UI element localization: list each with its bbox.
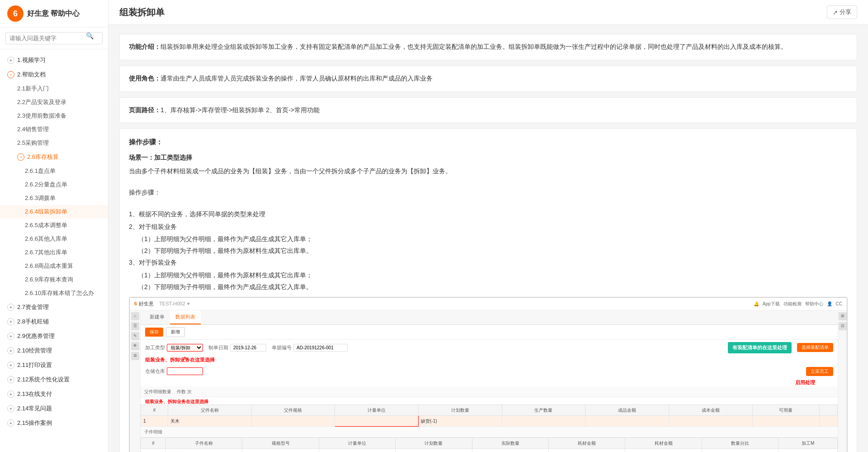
path-text: 页面路径：1、库存核算->库存管理->组装拆卸单 2、首页->常用功能 xyxy=(129,105,848,116)
sidebar-item-label: 2.7资金管理 xyxy=(17,303,49,311)
share-button[interactable]: ↗ 分享 xyxy=(827,5,857,19)
mock-cell xyxy=(778,448,838,452)
mock-cell: 模料 1 xyxy=(166,448,242,452)
expand-icon: + xyxy=(7,347,14,354)
sidebar-item-video[interactable]: + 1.视频学习 xyxy=(0,53,108,67)
sidebar-item-2-7[interactable]: + 2.7资金管理 xyxy=(0,300,108,314)
mock-col-sub-amt1: 耗材金额 xyxy=(549,438,625,448)
sidebar-item-2-6-8[interactable]: 2.6.8商品成本重算 xyxy=(0,259,108,273)
step-3-sub: （1）上部明细为父件明细，最终作为原材料生成其它出库单； （2）下部明细为子件明… xyxy=(129,270,848,293)
sidebar-item-2-5[interactable]: 2.5采购管理 xyxy=(0,136,108,150)
sidebar-search-area: 🔍 xyxy=(0,28,108,49)
expand-icon: + xyxy=(7,333,14,340)
mock-right-icon-list: ⊞ ⊟ xyxy=(838,310,847,332)
step-2-title: 2、对于组装业务 xyxy=(129,222,848,233)
sidebar-item-label: 2.11打印设置 xyxy=(17,361,52,369)
annotation-label-assembly: 组装业务、拆卸业务在这里选择 xyxy=(145,399,208,404)
table-row: 1 关木 缺货(-1) xyxy=(141,415,838,426)
mock-field-type: 加工类型 组装/拆卸 xyxy=(145,343,203,352)
expand-icon: + xyxy=(7,57,14,64)
expand-icon: + xyxy=(7,419,14,427)
mock-cell xyxy=(625,448,702,452)
sidebar-item-docs[interactable]: − 2.帮助文档 xyxy=(0,67,108,82)
mock-lower-head-row: # 子件名称 规格型号 计量单位 计划数量 实际数量 耗材金额 耗材金额 xyxy=(141,438,838,448)
sidebar-item-2-6-2[interactable]: 2.6.2分量盘点单 xyxy=(0,178,108,191)
mock-col-sub-plan: 计划数量 xyxy=(396,438,472,448)
mock-warehouse-input[interactable] xyxy=(167,367,203,375)
mock-nav-item-1: App下载 xyxy=(763,300,780,308)
mock-btn-complete[interactable]: 立采完工 xyxy=(806,367,833,376)
mock-lower-table-wrap: # 子件名称 规格型号 计量单位 计划数量 实际数量 耗材金额 耗材金额 xyxy=(141,438,838,452)
app-title: 好生意 帮助中心 xyxy=(27,9,80,19)
sidebar-item-2-6-4[interactable]: 2.6.4组装拆卸单 xyxy=(0,205,108,219)
mock-icon-settings[interactable]: ⚙ xyxy=(131,352,139,360)
feature-intro-card: 功能介绍：组装拆卸单用来处理企业组装或拆卸等加工业务，支持有固定装配清单的产品加… xyxy=(119,34,857,60)
sidebar-item-2-14[interactable]: + 2.14常见问题 xyxy=(0,401,108,416)
mock-col-sub-unit: 计量单位 xyxy=(319,438,395,448)
operations-card: 操作步骤： 场景一：加工类型选择 当由多个子件材料组装成一个成品的业务为【组装】… xyxy=(119,128,857,452)
sidebar-item-2-6-1[interactable]: 2.6.1盘点单 xyxy=(0,164,108,178)
sidebar-item-2-6-10[interactable]: 2.6.10库存账本错了怎么办 xyxy=(0,286,108,300)
main-content-area: 组装拆卸单 ↗ 分享 功能介绍：组装拆卸单用来处理企业组装或拆卸等加工业务，支持… xyxy=(108,0,868,452)
annotation-label-1: 组装业务、拆卸业务在这里选择 xyxy=(145,356,215,364)
sidebar-item-2-8[interactable]: + 2.8手机旺铺 xyxy=(0,314,108,329)
sidebar-item-2-2[interactable]: 2.2产品安装及登录 xyxy=(0,95,108,109)
sidebar-item-2-15[interactable]: + 2.15操作案例 xyxy=(0,416,108,430)
search-input[interactable] xyxy=(5,32,103,44)
mock-icon-eye[interactable]: 👁 xyxy=(131,342,139,350)
mock-logo: 6 xyxy=(134,300,137,308)
mock-col-prod-amt: 成品金额 xyxy=(585,404,669,415)
sidebar-item-2-6-5[interactable]: 2.6.5成本调整单 xyxy=(0,219,108,232)
mock-doc-id: TEST-H002 xyxy=(159,300,185,308)
sidebar-item-2-13[interactable]: + 2.13在线支付 xyxy=(0,387,108,401)
sidebar-item-2-9[interactable]: + 2.9优惠券管理 xyxy=(0,329,108,343)
mock-tab-list[interactable]: 数据列表 xyxy=(170,310,201,324)
mock-topnav: 6 好生意 TEST-H002 ▾ 🔔 App下载 功能检测 帮助中心 👤 CC xyxy=(130,298,847,310)
mock-right-icon-1[interactable]: ⊞ xyxy=(839,312,847,320)
mock-col-spec: 父件规格 xyxy=(251,404,335,415)
mock-cell: 30.00 xyxy=(472,448,548,452)
mock-icon-list[interactable]: ☰ xyxy=(131,322,139,330)
mock-icon-home[interactable]: ⌂ xyxy=(131,312,139,320)
mock-upper-table-head: # 父件名称 父件规格 计量单位 计划数量 生产数量 成品金额 成本金额 xyxy=(141,404,838,415)
mock-right-icons: ⊞ ⊟ xyxy=(838,310,847,452)
mock-dropdown-icon: ▾ xyxy=(187,300,190,308)
mock-tab-bar: 新建单 数据列表 xyxy=(141,310,838,325)
sidebar-item-2-6-9[interactable]: 2.6.9库存账本查询 xyxy=(0,273,108,286)
sidebar-item-2-12[interactable]: + 2.12系统个性化设置 xyxy=(0,372,108,387)
sidebar-item-2-6-7[interactable]: 2.6.7其他出库单 xyxy=(0,246,108,259)
mock-no-label: 单据编号 xyxy=(272,343,292,352)
mock-date-input[interactable] xyxy=(230,344,266,352)
app-logo: 6 xyxy=(7,5,24,22)
scenario-desc: 当由多个子件材料组装成一个成品的业务为【组装】业务，当由一个父件拆分成多个子产品… xyxy=(129,166,848,177)
mock-btn-choose-bom[interactable]: 选择装配清单 xyxy=(797,343,833,352)
mock-col-cost-amt: 成本金额 xyxy=(669,404,753,415)
mock-icon-edit[interactable]: ✎ xyxy=(131,332,139,340)
ops-steps-label: 操作步骤： xyxy=(129,187,848,198)
mock-btn-add[interactable]: 新增 xyxy=(166,327,185,337)
mock-col-prod-qty: 生产数量 xyxy=(502,404,585,415)
mock-btn-save[interactable]: 保存 xyxy=(145,328,163,337)
sidebar-item-2-6-3[interactable]: 2.6.3调拨单 xyxy=(0,191,108,205)
mock-lower-table-body: 1 模料 1 (甲)-0/+1 30.00 40.00 xyxy=(141,448,838,452)
mock-type-select[interactable]: 组装/拆卸 xyxy=(167,344,203,352)
ops-title: 操作步骤： xyxy=(129,136,848,148)
sidebar-item-2-4[interactable]: 2.4销售管理 xyxy=(0,123,108,136)
sidebar-item-2-6[interactable]: − 2.6库存核算 xyxy=(0,150,108,164)
sidebar-item-2-3[interactable]: 2.3使用前数据准备 xyxy=(0,109,108,123)
mock-tab-new[interactable]: 新建单 xyxy=(144,310,170,324)
sidebar-item-2-10[interactable]: + 2.10经营管理 xyxy=(0,343,108,358)
screenshot-container: 6 好生意 TEST-H002 ▾ 🔔 App下载 功能检测 帮助中心 👤 CC xyxy=(129,297,848,452)
annotation-arrow-1: ↗ xyxy=(181,353,187,364)
mock-right-icon-2[interactable]: ⊟ xyxy=(839,322,847,330)
sidebar-item-2-11[interactable]: + 2.11打印设置 xyxy=(0,358,108,372)
mock-no-input[interactable] xyxy=(293,344,348,352)
sidebar-item-2-6-6[interactable]: 2.6.6其他入库单 xyxy=(0,232,108,246)
mock-col-sub-name: 子件名称 xyxy=(166,438,242,448)
mock-col-avail: 可用量 xyxy=(752,404,819,415)
sidebar-item-2-1[interactable]: 2.1新手入门 xyxy=(0,82,108,95)
mock-user-id: CC xyxy=(836,300,842,308)
mock-cell xyxy=(669,415,753,426)
sidebar-header: 6 好生意 帮助中心 xyxy=(0,0,108,28)
mock-cell: (甲)-0/+1 xyxy=(396,448,472,452)
